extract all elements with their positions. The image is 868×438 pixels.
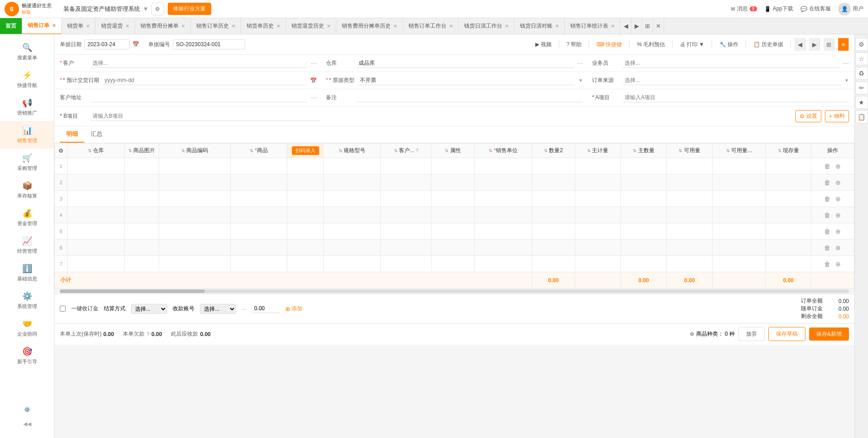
tab-close-icon[interactable]: ✕ — [276, 24, 280, 29]
tab-expand-btn[interactable]: ⊞ — [642, 18, 653, 34]
a-project-input[interactable] — [623, 93, 849, 102]
tab-close-icon[interactable]: ✕ — [181, 24, 185, 29]
delete-icon[interactable]: 🗑 — [823, 194, 832, 203]
docno-input[interactable] — [173, 39, 245, 49]
tab-close-icon[interactable]: ✕ — [52, 23, 56, 28]
right-panel-edit-btn[interactable]: ✏ — [855, 82, 868, 94]
tab-close-icon[interactable]: ✕ — [449, 24, 453, 29]
tab-fee-split[interactable]: 销售费用分摊单 ✕ — [135, 18, 191, 34]
customer-input[interactable] — [91, 58, 307, 68]
tab-summary[interactable]: 汇总 — [84, 126, 109, 143]
col-settings[interactable]: ⚙ — [55, 144, 68, 158]
copy-icon[interactable]: ⊕ — [834, 194, 843, 203]
col-code[interactable]: ⇅ 商品编码 — [159, 144, 230, 158]
one-click-checkbox[interactable] — [60, 306, 66, 312]
discard-btn[interactable]: 放弃 — [738, 327, 765, 341]
tab-daily-clear[interactable]: 钱货日清工作台 ✕ — [459, 18, 514, 34]
sidebar-item-purchase[interactable]: 🛒 采购管理 — [0, 149, 54, 176]
calendar-icon[interactable]: 📅 — [132, 41, 139, 48]
tab-reconcile[interactable]: 钱货日清对账 ✕ — [514, 18, 565, 34]
staff-more-icon[interactable]: ··· — [843, 59, 849, 67]
col-avail[interactable]: ⇅ 可用量 — [667, 144, 713, 158]
copy-icon[interactable]: ⊕ — [834, 211, 843, 220]
tab-fee-hist[interactable]: 销售费用分摊单历史 ✕ — [336, 18, 403, 34]
scroll-thumb[interactable] — [60, 289, 205, 293]
col-stock[interactable]: ⇅ 现存量 — [766, 144, 811, 158]
right-panel-settings-btn[interactable]: ⚙ — [855, 38, 868, 51]
tab-close-icon[interactable]: ✕ — [232, 24, 235, 29]
tab-close-icon[interactable]: ✕ — [505, 24, 509, 29]
user-item[interactable]: 👤 用户 — [838, 3, 863, 15]
addr-more-icon[interactable]: ··· — [311, 94, 317, 102]
sidebar-item-sales[interactable]: 📊 销售管理 — [0, 121, 54, 149]
online-support-item[interactable]: 💬 在线客服 — [800, 5, 831, 13]
col-spec[interactable]: ⇅ 规格型号 — [324, 144, 381, 158]
invoice-type-input[interactable] — [358, 76, 575, 85]
settle-more-icon[interactable]: ··· — [242, 305, 247, 313]
copy-icon[interactable]: ⊕ — [834, 162, 843, 171]
payment-method-select[interactable]: 选择... — [131, 304, 167, 314]
delete-icon[interactable]: 🗑 — [823, 162, 832, 171]
customer-more-icon[interactable]: ··· — [311, 59, 317, 67]
setup-btn[interactable]: ⚙ 设置 — [795, 110, 821, 122]
video-btn[interactable]: ▶ 视频 — [532, 39, 555, 50]
copy-icon[interactable]: ⊕ — [834, 260, 843, 269]
remarks-input[interactable] — [357, 93, 583, 102]
message-item[interactable]: ✉ 消息 9 — [731, 5, 757, 13]
delete-icon[interactable]: 🗑 — [823, 227, 832, 236]
col-warehouse[interactable]: ⇅ 仓库 — [68, 144, 125, 158]
sidebar-settings-btn[interactable]: ⚙️ — [21, 404, 33, 415]
customer-addr-input[interactable] — [91, 93, 307, 102]
col-customer[interactable]: ⇅ 客户... ? — [381, 144, 432, 158]
staff-input[interactable] — [623, 58, 839, 68]
invoice-dropdown-icon[interactable]: ▼ — [578, 78, 583, 83]
sidebar-item-basic[interactable]: ℹ️ 基础信息 — [0, 259, 54, 287]
tab-return-hist[interactable]: 销货退货历史 ✕ — [286, 18, 336, 34]
print-btn[interactable]: 🖨 打印 ▼ — [676, 39, 708, 50]
settings-button[interactable]: ⚙ — [151, 3, 164, 15]
tab-close-icon[interactable]: ✕ — [86, 24, 90, 29]
discount-help-icon[interactable]: ? — [146, 331, 150, 337]
date-input[interactable] — [84, 39, 130, 49]
ops-btn[interactable]: 🔧 操作 — [716, 39, 742, 50]
tab-home[interactable]: 首页 — [0, 18, 22, 34]
sidebar-item-search[interactable]: 🔍 搜索菜单 — [0, 38, 54, 66]
next-page-btn[interactable]: ▶ — [809, 38, 820, 51]
tab-close-icon[interactable]: ✕ — [126, 24, 129, 29]
tab-close-icon[interactable]: ✕ — [611, 24, 615, 29]
col-main-unit[interactable]: ⇅ 主计量 — [575, 144, 621, 158]
delete-icon[interactable]: 🗑 — [823, 211, 832, 220]
b-project-input[interactable] — [91, 111, 320, 121]
copy-icon[interactable]: ⊕ — [834, 227, 843, 236]
shortcut-btn[interactable]: ⌨ 快捷键 — [593, 39, 626, 50]
warehouse-more-icon[interactable]: ··· — [577, 59, 583, 67]
tab-sales-order[interactable]: 销售订单 ✕ — [22, 18, 62, 34]
tab-stat[interactable]: 销售订单统计表 ✕ — [565, 18, 621, 34]
sidebar-item-operations[interactable]: 📈 经营管理 — [0, 231, 54, 259]
tab-close-icon[interactable]: ✕ — [327, 24, 330, 29]
list-view-btn[interactable]: ≡ — [838, 38, 849, 51]
col-main-qty[interactable]: ⇅ 主数量 — [621, 144, 666, 158]
sidebar-item-quick[interactable]: ⚡ 快捷导航 — [0, 66, 54, 93]
tab-close-icon[interactable]: ✕ — [555, 24, 559, 29]
sidebar-item-collab[interactable]: 🤝 企业协同 — [0, 314, 54, 342]
tab-order-hist[interactable]: 销售订单历史 ✕ — [191, 18, 241, 34]
tab-detail[interactable]: 明细 — [60, 126, 84, 143]
account-select[interactable]: 选择... — [200, 304, 236, 314]
col-avail2[interactable]: ⇅ 可用量... — [713, 144, 766, 158]
delivery-calendar-icon[interactable]: 📅 — [310, 77, 317, 84]
sidebar-item-inventory[interactable]: 📦 库存核算 — [0, 176, 54, 204]
warehouse-input[interactable] — [357, 58, 573, 68]
help-btn[interactable]: ? 帮助 — [563, 39, 586, 50]
sidebar-collapse-btn[interactable]: ◀◀ — [19, 417, 35, 431]
tab-return[interactable]: 销货退货 ✕ — [96, 18, 135, 34]
col-product[interactable]: ⇅ *商品 — [230, 144, 287, 158]
sidebar-item-finance[interactable]: 💰 资金管理 — [0, 204, 54, 231]
col-scan[interactable]: 扫码录入 — [287, 144, 324, 158]
sidebar-item-marketing[interactable]: 📢 营销推广 — [0, 93, 54, 121]
tab-next-btn[interactable]: ▶ — [631, 18, 642, 34]
right-panel-refresh-btn[interactable]: ♻ — [855, 67, 868, 80]
delete-icon[interactable]: 🗑 — [823, 178, 832, 187]
history-btn[interactable]: 📋 历史单据 — [750, 39, 787, 50]
copy-icon[interactable]: ⊕ — [834, 243, 843, 252]
